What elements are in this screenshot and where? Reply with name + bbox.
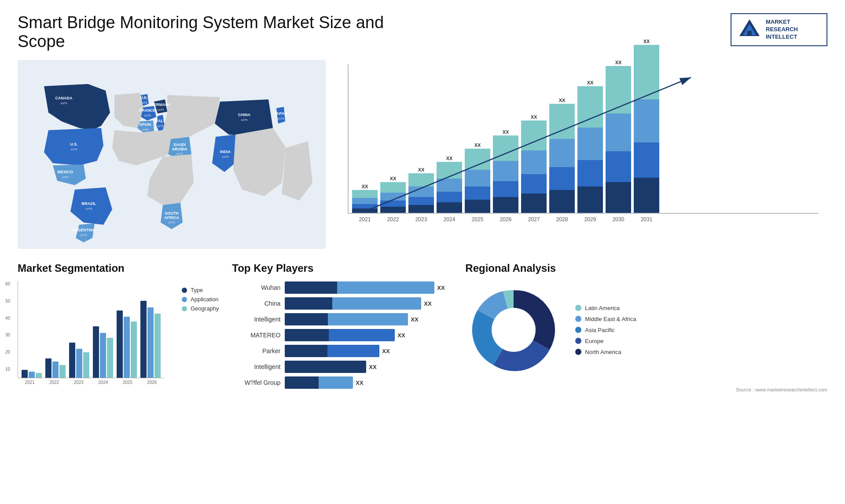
brazil-val: xx%: [85, 207, 92, 211]
seg-bar-2024: [93, 326, 113, 378]
key-players-title: Top Key Players: [232, 262, 452, 274]
france-label: FRANCE: [139, 108, 156, 113]
map-container: CANADA xx% U.S. xx% MEXICO xx% BRAZIL xx…: [18, 60, 326, 249]
asia-pacific-dot: [575, 327, 581, 333]
svg-rect-2: [747, 31, 752, 36]
player-bar-parker: [285, 345, 379, 357]
legend-latin-america: Latin America: [575, 305, 636, 311]
player-bar-wuhan: [285, 281, 434, 294]
saudi-val: xx%: [176, 152, 183, 156]
donut-area: Latin America Middle East & Africa Asia …: [465, 281, 827, 378]
spain-val: xx%: [142, 128, 148, 131]
bar-2028: XX: [549, 98, 575, 213]
us-shape: [44, 128, 103, 165]
mexico-label: MEXICO: [57, 170, 73, 174]
geography-dot: [182, 306, 187, 311]
header: Smart Bridge Monitoring System Market Si…: [18, 13, 827, 51]
mexico-val: xx%: [62, 175, 68, 179]
argentina-label: ARGENTINA: [72, 228, 96, 232]
type-dot: [182, 288, 187, 293]
latin-america-dot: [575, 305, 581, 311]
saudi-label: SAUDI: [173, 142, 186, 147]
svg-point-6: [492, 308, 536, 352]
bar-2031: XX: [634, 39, 659, 213]
player-bar-china: [285, 297, 421, 310]
player-row-wolfel: W?lfel Group XX: [232, 376, 452, 389]
players-list: Wuhan XX China XX Intelligent XX: [232, 281, 452, 389]
japan-val: xx%: [277, 117, 284, 121]
regional-legend: Latin America Middle East & Africa Asia …: [575, 305, 636, 355]
segmentation-box: Market Segmentation 605040302010: [18, 262, 219, 392]
player-bar-wolfel: [285, 376, 353, 389]
logo-box: MARKET RESEARCH INTELLECT: [731, 13, 827, 46]
player-bar-intelligent1: [285, 313, 408, 325]
donut-svg: [465, 281, 562, 378]
bar-2023: XX: [408, 167, 434, 213]
uk-label: U.K.: [140, 95, 148, 100]
india-label: INDIA: [220, 150, 231, 154]
legend-middle-east: Middle East & Africa: [575, 316, 636, 322]
player-row-matereo: MATEREO XX: [232, 329, 452, 341]
seg-x-labels: 202120222023202420252026: [18, 380, 164, 385]
seg-bar-2021: [22, 370, 42, 378]
segmentation-title: Market Segmentation: [18, 262, 219, 274]
brazil-label: BRAZIL: [82, 201, 96, 206]
bar-2030: XX: [606, 60, 631, 213]
player-row-parker: Parker XX: [232, 345, 452, 357]
logo-icon: [738, 18, 760, 40]
legend-geography: Geography: [182, 305, 219, 312]
bar-2029: XX: [577, 80, 603, 213]
us-label: U.S.: [70, 142, 78, 146]
bar-2024: XX: [437, 156, 462, 213]
segmentation-content: 605040302010: [18, 281, 219, 385]
seg-bars-area: [18, 281, 164, 378]
france-val: xx%: [144, 113, 151, 117]
seg-bar-2023: [69, 343, 89, 378]
player-bar-matereo: [285, 329, 395, 341]
bar-chart-bars: XX XX: [348, 64, 819, 214]
bar-2022: XX: [380, 176, 406, 213]
bar-chart-container: XX XX: [339, 60, 827, 249]
china-label: CHINA: [238, 113, 251, 117]
application-dot: [182, 297, 187, 302]
germany-val: xx%: [157, 108, 164, 112]
player-row-intelligent1: Intelligent XX: [232, 313, 452, 325]
legend-asia-pacific: Asia Pacific: [575, 327, 636, 333]
player-bar-intelligent2: [285, 361, 366, 373]
bar-2025: XX: [465, 142, 490, 213]
southafrica-label: SOUTH: [165, 211, 179, 215]
middle-east-dot: [575, 316, 581, 322]
bar-2027: XX: [521, 114, 547, 213]
north-america-dot: [575, 349, 581, 355]
us-val: xx%: [70, 147, 77, 151]
italy-val: xx%: [157, 124, 163, 128]
bar-2021: XX: [352, 184, 378, 213]
bar-chart-x-labels: 2021 2022 2023 2024 2025 2026 2027 2028 …: [348, 216, 819, 223]
southafrica-val: xx%: [168, 220, 175, 224]
regional-box: Regional Analysis Lati: [465, 262, 827, 392]
uk-val: xx%: [140, 101, 147, 105]
key-players-box: Top Key Players Wuhan XX China XX Intell…: [232, 262, 452, 392]
top-section: CANADA xx% U.S. xx% MEXICO xx% BRAZIL xx…: [18, 60, 827, 249]
germany-label: GERMANY: [151, 102, 171, 107]
bar-2026: XX: [493, 129, 518, 213]
page-title: Smart Bridge Monitoring System Market Si…: [18, 13, 414, 51]
legend-europe: Europe: [575, 338, 636, 344]
source-text: Source : www.marketresearchintellect.com: [465, 387, 827, 392]
seg-legend: Type Application Geography: [173, 287, 219, 385]
legend-type: Type: [182, 287, 219, 293]
bottom-section: Market Segmentation 605040302010: [18, 262, 827, 392]
legend-north-america: North America: [575, 349, 636, 355]
spain-label: SPAIN: [140, 122, 151, 127]
italy-label: ITALY: [155, 119, 166, 123]
world-map-svg: CANADA xx% U.S. xx% MEXICO xx% BRAZIL xx…: [18, 60, 326, 249]
seg-bar-2026: [140, 301, 161, 378]
seg-bar-2025: [117, 310, 137, 378]
player-row-wuhan: Wuhan XX: [232, 281, 452, 294]
europe-dot: [575, 338, 581, 344]
legend-application: Application: [182, 296, 219, 303]
saudi-label2: ARABIA: [172, 147, 187, 151]
logo-text: MARKET RESEARCH INTELLECT: [766, 18, 798, 41]
player-row-intelligent2: Intelligent XX: [232, 361, 452, 373]
regional-title: Regional Analysis: [465, 262, 827, 274]
